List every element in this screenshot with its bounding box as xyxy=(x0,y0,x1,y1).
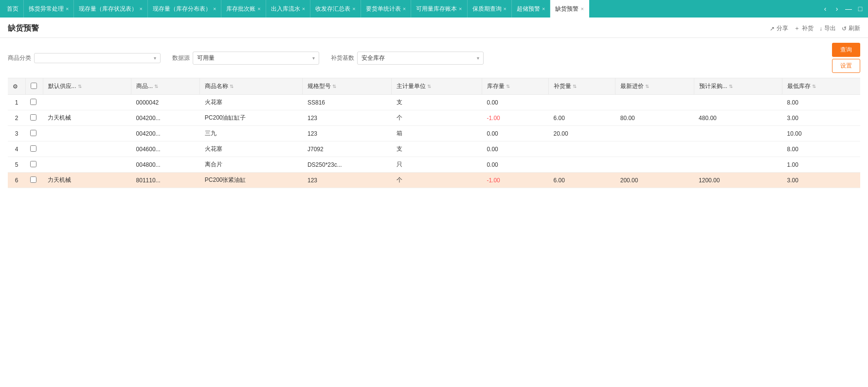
select-all-checkbox[interactable] xyxy=(31,83,37,89)
row-name-2: PC200油缸缸子 xyxy=(200,110,303,126)
tab-inout-flow[interactable]: 出入库流水 × xyxy=(266,0,310,18)
row-select-3[interactable] xyxy=(30,130,36,136)
export-button[interactable]: ↓ 导出 xyxy=(819,24,836,33)
column-stock-qty[interactable]: 库存量 ⇅ xyxy=(482,78,548,95)
tab-batch-account[interactable]: 库存批次账 × xyxy=(221,0,266,18)
data-source-value: 可用量 xyxy=(197,54,215,62)
row-select-6[interactable] xyxy=(30,176,36,183)
data-source-chevron-icon: ▾ xyxy=(312,55,315,61)
column-latest-price[interactable]: 最新进价 ⇅ xyxy=(615,78,694,95)
row-supplier-5 xyxy=(43,157,131,173)
column-replenish-qty[interactable]: 补货量 ⇅ xyxy=(549,78,615,95)
tab-overstock[interactable]: 超储预警 × xyxy=(512,0,550,18)
sort-icon-unit: ⇅ xyxy=(427,84,431,89)
column-unit[interactable]: 主计量单位 ⇅ xyxy=(392,78,482,95)
tab-close-batch-account[interactable]: × xyxy=(257,6,260,12)
row-replenish-5 xyxy=(549,157,615,173)
sort-icon-min-stock: ⇅ xyxy=(812,84,816,89)
row-select-2[interactable] xyxy=(30,114,36,121)
tab-bar: 首页 拣货异常处理 × 现存量（库存状况表） × 现存量（库存分布表） × 库存… xyxy=(0,0,868,18)
row-name-5: 离合片 xyxy=(200,157,303,173)
row-code-3: 004200... xyxy=(131,126,200,141)
row-supplier-4 xyxy=(43,141,131,157)
replenish-base-select[interactable]: 安全库存 ▾ xyxy=(357,52,484,65)
tab-close-order-stat[interactable]: × xyxy=(403,6,406,12)
tab-close-inventory-status[interactable]: × xyxy=(139,6,142,12)
replenish-base-value: 安全库存 xyxy=(362,54,385,62)
table-row: 1 0000042 火花塞 SS816 支 0.00 8.00 xyxy=(8,95,860,110)
tab-scroll-right[interactable]: › xyxy=(831,3,843,15)
row-min-stock-6: 3.00 xyxy=(782,173,860,188)
column-product-name[interactable]: 商品名称 ⇅ xyxy=(200,78,303,95)
row-replenish-1 xyxy=(549,95,615,110)
column-product-code[interactable]: 商品... ⇅ xyxy=(131,78,200,95)
tab-close-available-ledger[interactable]: × xyxy=(459,6,462,12)
tab-close-inventory-dist[interactable]: × xyxy=(213,6,216,12)
tab-close-expiry-query[interactable]: × xyxy=(504,6,506,12)
row-price-1 xyxy=(615,95,694,110)
row-select-1[interactable] xyxy=(30,99,36,105)
row-code-6: 801110... xyxy=(131,173,200,188)
tab-scroll-left[interactable]: ‹ xyxy=(819,3,831,15)
filter-section: 商品分类 ▾ 数据源 可用量 ▾ 补货基数 安全库存 ▾ 查询 设置 xyxy=(0,38,868,78)
row-estimated-6: 1200.00 xyxy=(694,173,782,188)
tab-minimize[interactable]: — xyxy=(843,3,854,15)
table-body: 1 0000042 火花塞 SS816 支 0.00 8.00 2 力天机械 0… xyxy=(8,95,860,188)
row-checkbox-3 xyxy=(25,126,43,141)
replenish-button[interactable]: ＋ 补货 xyxy=(794,24,814,33)
sort-icon-supplier: ⇅ xyxy=(78,84,82,89)
row-spec-3: 123 xyxy=(303,126,392,141)
tab-shortage[interactable]: 缺货预警 × xyxy=(550,0,589,18)
tab-receive-summary[interactable]: 收发存汇总表 × xyxy=(310,0,361,18)
row-estimated-1 xyxy=(694,95,782,110)
tab-available-ledger[interactable]: 可用量库存账本 × xyxy=(411,0,467,18)
row-min-stock-2: 3.00 xyxy=(782,110,860,126)
tab-home[interactable]: 首页 xyxy=(2,0,24,18)
row-unit-1: 支 xyxy=(392,95,482,110)
row-stock-1: 0.00 xyxy=(482,95,548,110)
refresh-button[interactable]: ↺ 刷新 xyxy=(842,24,860,33)
query-button[interactable]: 查询 xyxy=(832,43,860,57)
tab-inventory-status[interactable]: 现存量（库存状况表） × xyxy=(74,0,147,18)
page-header: 缺货预警 ↗ 分享 ＋ 补货 ↓ 导出 ↺ 刷新 xyxy=(0,18,868,38)
column-min-stock[interactable]: 最低库存 ⇅ xyxy=(782,78,860,95)
share-button[interactable]: ↗ 分享 xyxy=(770,24,788,33)
row-supplier-1 xyxy=(43,95,131,110)
column-default-supplier[interactable]: 默认供应... ⇅ xyxy=(43,78,131,95)
tab-expiry-query[interactable]: 保质期查询 × xyxy=(468,0,512,18)
tab-order-stat[interactable]: 要货单统计表 × xyxy=(361,0,411,18)
settings-button[interactable]: 设置 xyxy=(832,59,860,73)
tab-inventory-dist[interactable]: 现存量（库存分布表） × xyxy=(148,0,221,18)
row-price-5 xyxy=(615,157,694,173)
product-category-select[interactable]: ▾ xyxy=(34,53,161,63)
tab-close-receive-summary[interactable]: × xyxy=(352,6,355,12)
row-checkbox-2 xyxy=(25,110,43,126)
row-select-4[interactable] xyxy=(30,145,36,152)
row-unit-5: 只 xyxy=(392,157,482,173)
row-select-5[interactable] xyxy=(30,161,36,167)
column-estimated-purchase[interactable]: 预计采购... ⇅ xyxy=(694,78,782,95)
row-min-stock-1: 8.00 xyxy=(782,95,860,110)
row-price-4 xyxy=(615,141,694,157)
row-stock-2: -1.00 xyxy=(482,110,548,126)
data-source-select[interactable]: 可用量 ▾ xyxy=(193,52,319,65)
refresh-icon: ↺ xyxy=(842,25,847,32)
tab-maximize[interactable]: □ xyxy=(854,3,866,15)
tab-close-overstock[interactable]: × xyxy=(542,6,545,12)
column-settings[interactable]: ⚙ xyxy=(8,78,25,95)
column-spec[interactable]: 规格型号 ⇅ xyxy=(303,78,392,95)
tab-close-shortage[interactable]: × xyxy=(580,6,583,12)
column-checkbox xyxy=(25,78,43,95)
tab-close-inout-flow[interactable]: × xyxy=(302,6,305,12)
row-name-1: 火花塞 xyxy=(200,95,303,110)
replenish-base-filter: 补货基数 安全库存 ▾ xyxy=(331,52,484,65)
row-checkbox-5 xyxy=(25,157,43,173)
tab-close-abnormal[interactable]: × xyxy=(66,6,69,12)
replenish-base-chevron-icon: ▾ xyxy=(477,55,479,61)
row-stock-4: 0.00 xyxy=(482,141,548,157)
tab-abnormal[interactable]: 拣货异常处理 × xyxy=(24,0,74,18)
row-price-6: 200.00 xyxy=(615,173,694,188)
row-estimated-4 xyxy=(694,141,782,157)
row-replenish-3: 20.00 xyxy=(549,126,615,141)
row-number-4: 4 xyxy=(8,141,25,157)
